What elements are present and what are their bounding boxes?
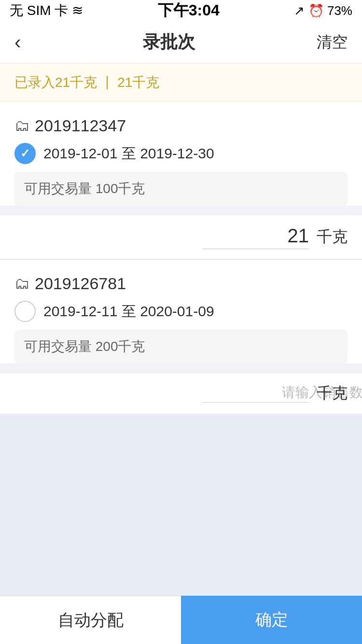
batch-card-1: 🗂 2019112347 2019-12-01 至 2019-12-30 可用交…: [0, 102, 362, 206]
page-title: 录批次: [143, 30, 195, 54]
batch-2-checkbox[interactable]: [14, 301, 36, 322]
batch-2-input-line: [203, 385, 309, 403]
bottom-bar: 自动分配 确定: [0, 596, 362, 644]
batch-1-checkbox[interactable]: [14, 143, 36, 164]
batch-1-input-line: 21: [203, 225, 309, 249]
info-divider: [107, 76, 108, 89]
recorded-label: 已录入21千克: [14, 73, 97, 92]
batch-2-icon: 🗂: [14, 275, 30, 293]
batch-1-quantity-display: 21: [288, 225, 309, 246]
empty-area: [0, 414, 362, 612]
status-right: ↗ ⏰ 73%: [294, 3, 352, 18]
clear-button[interactable]: 清空: [317, 32, 348, 53]
status-time: 下午3:04: [158, 0, 220, 21]
status-bar: 无 SIM 卡 ≋ 下午3:04 ↗ ⏰ 73%: [0, 0, 362, 21]
batch-1-unit: 千克: [317, 226, 348, 248]
batch-1-input-wrapper: 21: [203, 225, 309, 249]
batch-2-header: 🗂 2019126781: [14, 274, 348, 293]
batch-2-date: 2019-12-11 至 2020-01-09: [43, 302, 214, 322]
confirm-button[interactable]: 确定: [181, 596, 362, 644]
batch-1-date-row: 2019-12-01 至 2019-12-30: [14, 143, 348, 164]
batch-2-availability: 可用交易量 200千克: [14, 330, 348, 364]
batch-2-date-row: 2019-12-11 至 2020-01-09: [14, 301, 348, 322]
batch-1-date: 2019-12-01 至 2019-12-30: [43, 144, 214, 164]
batch-2-number: 2019126781: [35, 274, 126, 293]
status-left: 无 SIM 卡 ≋: [10, 1, 83, 20]
recorded-value: 21千克: [117, 73, 159, 92]
batch-2-quantity-row: 千克: [0, 373, 362, 414]
batch-2-unit: 千克: [317, 383, 348, 404]
info-banner: 已录入21千克 21千克: [0, 64, 362, 102]
batch-2-input-wrapper: [203, 385, 309, 403]
nav-bar: ‹ 录批次 清空: [0, 21, 362, 64]
back-button[interactable]: ‹: [14, 31, 21, 53]
batch-1-availability: 可用交易量 100千克: [14, 172, 348, 206]
batch-card-2: 🗂 2019126781 2019-12-11 至 2020-01-09 可用交…: [0, 260, 362, 364]
batch-1-icon: 🗂: [14, 117, 30, 135]
batch-1-header: 🗂 2019112347: [14, 116, 348, 135]
auto-distribute-button[interactable]: 自动分配: [0, 596, 181, 644]
batch-1-number: 2019112347: [35, 116, 126, 135]
batch-1-quantity-row: 21 千克: [0, 215, 362, 259]
